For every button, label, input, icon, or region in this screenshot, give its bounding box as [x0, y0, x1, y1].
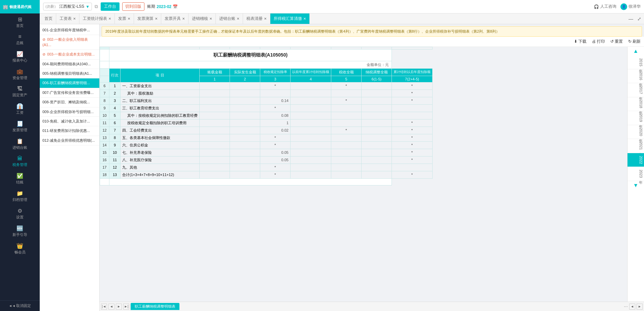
sheet-nav-next[interactable]: ►	[116, 304, 122, 310]
g-11[interactable]	[331, 156, 362, 164]
file-item-007[interactable]: 007-广告宣传和业务宣传费曝...	[40, 88, 99, 98]
d-3[interactable]	[230, 97, 260, 104]
file-item-001[interactable]: 001-企业所得税年度纳税申...	[40, 26, 99, 35]
f-7[interactable]	[291, 127, 331, 134]
f-9[interactable]	[291, 141, 331, 149]
year-2019[interactable]: 2019年	[628, 111, 644, 125]
sidebar-item-wizard[interactable]: 🆕 新手引导	[0, 222, 40, 240]
g-6[interactable]	[331, 119, 362, 127]
back-button[interactable]: 切到旧版	[122, 2, 144, 11]
company-selector[interactable]: (勿删） 江西般宝-LSS ▼	[43, 3, 92, 10]
g-12[interactable]	[331, 164, 362, 171]
c-11[interactable]	[200, 156, 230, 164]
year-2020[interactable]: 2020年	[628, 125, 644, 139]
h-8[interactable]	[362, 134, 392, 141]
sidebar-item-asset-mgmt[interactable]: 💼 资金管理	[0, 66, 40, 83]
i-5[interactable]	[392, 112, 433, 119]
sidebar-item-member[interactable]: 👑 畅会员	[0, 240, 40, 257]
d-13[interactable]	[230, 171, 260, 178]
file-item-008[interactable]: 008-资产折旧、摊销及纳税...	[40, 98, 99, 107]
h-11[interactable]	[362, 156, 392, 164]
h-2[interactable]	[362, 90, 392, 97]
d-2[interactable]	[230, 90, 260, 97]
tab-invoice-open[interactable]: 发票开具 ✕	[161, 13, 189, 24]
sheet-wrapper[interactable]: 职工薪酬纳税调整明细表(A105050) 金额单位：元 行次 项 目 账	[100, 47, 627, 302]
tab-payroll-close-icon[interactable]: ✕	[73, 17, 76, 21]
sidebar-item-fixed-asset[interactable]: 🏗 固定资产	[0, 83, 40, 100]
sidebar-item-archive[interactable]: 📁 归档管理	[0, 187, 40, 205]
copy-icon[interactable]: ⧉	[95, 4, 98, 9]
f-6[interactable]	[291, 119, 331, 127]
file-item-005[interactable]: 005-纳税调整项目明细表(A1...	[40, 69, 99, 78]
bottom-sheet-tab[interactable]: 职工薪酬纳税调整明细表	[131, 303, 179, 310]
sidebar-item-ledger[interactable]: ≡ 总账	[0, 31, 40, 48]
file-item-002[interactable]: ⊘ 002-一般企业收入明细表(A1...	[40, 35, 99, 50]
sidebar-item-home[interactable]: ⊞ 首页	[0, 13, 40, 31]
tab-invoice-calc-close-icon[interactable]: ✕	[155, 17, 158, 21]
i-4[interactable]	[392, 104, 433, 112]
scroll-left-btn[interactable]: ◄	[629, 304, 635, 310]
h-3[interactable]	[362, 97, 392, 104]
d-8[interactable]	[230, 134, 260, 141]
tab-income-tax-close-icon[interactable]: ✕	[303, 17, 306, 21]
c-12[interactable]	[200, 164, 230, 171]
f-3[interactable]	[291, 97, 331, 104]
c-10[interactable]	[200, 149, 230, 156]
i-12[interactable]	[392, 164, 433, 171]
file-item-006[interactable]: 006-职工薪酬纳税调整明细...	[40, 78, 99, 88]
d-12[interactable]	[230, 164, 260, 171]
tab-payroll[interactable]: 工资表 ✕	[56, 13, 79, 24]
file-item-003[interactable]: ⊘ 003-一般企业成本支出明细...	[40, 50, 99, 59]
sheet-nav-first[interactable]: |◄	[101, 304, 107, 310]
c-6[interactable]	[200, 119, 230, 127]
tab-purchase-ledger[interactable]: 进销台账 ✕	[216, 13, 243, 24]
tab-invoice[interactable]: 发票 ✕	[115, 13, 134, 24]
h-7[interactable]	[362, 127, 392, 134]
sheet-nav-last[interactable]: ►|	[123, 304, 129, 310]
f-1[interactable]	[291, 82, 331, 90]
e-2[interactable]	[260, 90, 291, 97]
f-11[interactable]	[291, 156, 331, 164]
year-2021[interactable]: 2021年	[628, 139, 644, 153]
year-2023[interactable]: 2023年	[628, 167, 644, 181]
tab-minimize-button[interactable]: —	[627, 15, 635, 22]
c-4[interactable]	[200, 104, 230, 112]
tab-payroll-stat[interactable]: 工资统计报表 ✕	[79, 13, 115, 24]
d-11[interactable]	[230, 156, 260, 164]
g-9[interactable]	[331, 141, 362, 149]
year-2015[interactable]: 2015年	[628, 56, 644, 69]
tab-maximize-button[interactable]: ⤢	[636, 15, 643, 22]
sidebar-item-settlement[interactable]: ✅ 结账	[0, 170, 40, 187]
d-10[interactable]	[230, 149, 260, 156]
g-10[interactable]	[331, 149, 362, 156]
scroll-right-btn[interactable]: ►	[637, 304, 643, 310]
c-1[interactable]	[200, 82, 230, 90]
tab-purchase-check[interactable]: 进销稽核 ✕	[189, 13, 216, 24]
tab-tax-clear[interactable]: 税表清册 ✕	[243, 13, 270, 24]
d-6[interactable]	[230, 119, 260, 127]
sidebar-item-tax-mgmt[interactable]: 🏛 税务管理	[0, 153, 40, 170]
g-5[interactable]	[331, 112, 362, 119]
d-4[interactable]	[230, 104, 260, 112]
c-2[interactable]	[200, 90, 230, 97]
sheet-nav-prev[interactable]: ◄	[108, 304, 114, 310]
c-7[interactable]	[200, 127, 230, 134]
d-5[interactable]	[230, 112, 260, 119]
h-9[interactable]	[362, 141, 392, 149]
f-8[interactable]	[291, 134, 331, 141]
tab-income-tax[interactable]: 所得税汇算清缴 ✕	[270, 13, 310, 24]
tab-payroll-stat-close-icon[interactable]: ✕	[108, 17, 111, 21]
f-12[interactable]	[291, 164, 331, 171]
g-4[interactable]	[331, 104, 362, 112]
c-5[interactable]	[200, 112, 230, 119]
sidebar-item-report[interactable]: 📈 报表中心	[0, 48, 40, 66]
year-down-button[interactable]: ▼	[628, 181, 644, 190]
f-5[interactable]	[291, 112, 331, 119]
file-item-004[interactable]: 004-期间费用明细表(A1040...	[40, 60, 99, 69]
f-10[interactable]	[291, 149, 331, 156]
h-4[interactable]	[362, 104, 392, 112]
tab-tax-clear-close-icon[interactable]: ✕	[264, 17, 267, 21]
c-8[interactable]	[200, 134, 230, 141]
c-9[interactable]	[200, 141, 230, 149]
sidebar-item-payroll[interactable]: 👔 工资	[0, 100, 40, 118]
